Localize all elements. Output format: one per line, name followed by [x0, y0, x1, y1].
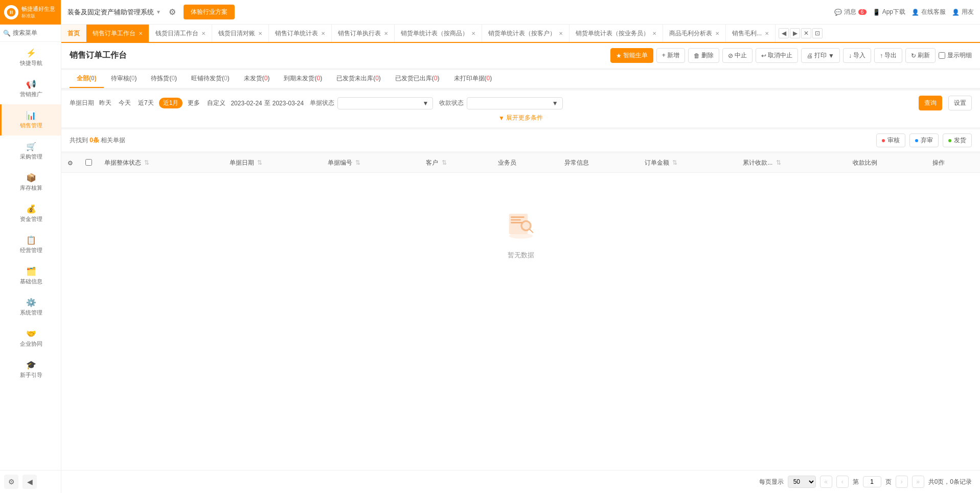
cancel-suspend-btn[interactable]: ↩ 取消中止 — [756, 48, 798, 63]
search-btn[interactable]: 查询 — [919, 96, 942, 110]
close-tab-sales-order[interactable]: ✕ — [139, 31, 143, 36]
ship-btn[interactable]: 发货 — [943, 133, 972, 147]
cancel-review-btn[interactable]: 弃审 — [909, 133, 939, 147]
settings-bottom-btn[interactable]: ⚙ — [4, 475, 18, 489]
close-tab-daily-cash[interactable]: ✕ — [201, 31, 206, 36]
close-tab-sales-more[interactable]: ✕ — [765, 31, 769, 36]
collapse-btn[interactable]: ◀ — [22, 475, 37, 489]
tab-sales-exec[interactable]: 销售订单执行表 ✕ — [332, 25, 395, 42]
sidebar-item-sales[interactable]: 📊 销售管理 — [0, 104, 61, 136]
subtab-all[interactable]: 全部(0) — [70, 70, 104, 88]
subtab-wangpu-pending[interactable]: 旺铺待发货(0) — [184, 70, 237, 88]
sort-customer-icon[interactable]: ⇅ — [442, 159, 447, 166]
svg-line-7 — [530, 230, 533, 233]
solution-btn[interactable]: 体验行业方案 — [184, 5, 235, 19]
sidebar-item-operations[interactable]: 📋 经营管理 — [0, 229, 61, 260]
subtab-not-printed[interactable]: 未打印单据(0) — [447, 70, 499, 88]
print-btn[interactable]: 🖨 打印 ▼ — [801, 48, 840, 63]
user-menu-btn[interactable]: 👤 用友 — [952, 8, 974, 16]
review-btn[interactable]: 审核 — [876, 133, 905, 147]
sort-date-icon[interactable]: ⇅ — [257, 159, 262, 166]
import-btn[interactable]: ↓ 导入 — [843, 48, 871, 63]
close-tab-sales-summary-staff[interactable]: ✕ — [652, 31, 656, 36]
sidebar-item-finance[interactable]: 💰 资金管理 — [0, 198, 61, 229]
sidebar-item-enterprise[interactable]: 🤝 企业协同 — [0, 323, 61, 354]
subtab-not-shipped[interactable]: 未发货(0) — [237, 70, 277, 88]
page-prev-btn[interactable]: ‹ — [836, 476, 849, 488]
sidebar-item-purchase[interactable]: 🛒 采购管理 — [0, 136, 61, 167]
add-btn[interactable]: + 新增 — [656, 48, 685, 63]
module-selector[interactable]: 装备及固定资产辅助管理系统 ▼ — [67, 8, 161, 17]
tab-sales-summary-customer[interactable]: 销货单统计表（按客户） ✕ — [482, 25, 569, 42]
subtab-pending-review[interactable]: 待审核(0) — [104, 70, 144, 88]
refresh-btn[interactable]: ↻ 刷新 — [905, 48, 936, 63]
suspend-btn[interactable]: ⊘ 中止 — [722, 48, 753, 63]
smart-generate-btn[interactable]: ★ 智能生单 — [610, 48, 653, 63]
online-service-btn[interactable]: 👤 在线客服 — [911, 8, 946, 16]
close-tab-sales-stats[interactable]: ✕ — [321, 31, 325, 36]
date-opt-more[interactable]: 更多 — [186, 98, 202, 108]
sidebar-search[interactable]: 🔍 搜索菜单 — [0, 25, 61, 42]
topbar-settings-btn[interactable]: ⚙ — [165, 5, 179, 19]
col-settings[interactable]: ⚙ — [61, 153, 79, 173]
cancel-suspend-icon: ↩ — [761, 52, 766, 59]
date-opt-today[interactable]: 今天 — [117, 98, 133, 108]
export-btn[interactable]: ↑ 导出 — [874, 48, 902, 63]
subtab-shipped-not-out[interactable]: 已发货未出库(0) — [329, 70, 388, 88]
tab-sales-order[interactable]: 销售订单工作台 ✕ — [86, 25, 149, 42]
delete-btn[interactable]: 🗑 删除 — [688, 48, 719, 63]
message-badge: 6 — [858, 9, 867, 15]
close-tab-sales-summary-customer[interactable]: ✕ — [559, 31, 563, 36]
tab-cash-reconcile[interactable]: 钱货日清对账 ✕ — [212, 25, 269, 42]
tab-sales-more[interactable]: 销售毛利... ✕ — [726, 25, 776, 42]
sidebar-item-marketing[interactable]: 📢 营销推广 — [0, 73, 61, 104]
tab-close-all-btn[interactable]: ✕ — [801, 28, 811, 38]
date-opt-yesterday[interactable]: 昨天 — [97, 98, 113, 108]
sidebar-item-guide[interactable]: 🎓 新手引导 — [0, 354, 61, 385]
page-first-btn[interactable]: « — [820, 476, 832, 488]
sidebar-item-basic-info[interactable]: 🗂️ 基础信息 — [0, 260, 61, 292]
page-number-input[interactable] — [863, 476, 881, 487]
sidebar-item-inventory[interactable]: 📦 库存核算 — [0, 167, 61, 198]
subtab-overdue-not-shipped[interactable]: 到期未发货(0) — [277, 70, 329, 88]
tab-daily-cash[interactable]: 钱货日清工作台 ✕ — [149, 25, 212, 42]
close-tab-gross-profit[interactable]: ✕ — [715, 31, 719, 36]
app-download-btn[interactable]: 📱 App下载 — [873, 8, 905, 16]
sidebar-item-quick-nav[interactable]: ⚡ 快捷导航 — [0, 42, 61, 73]
detail-checkbox-input[interactable] — [939, 52, 945, 59]
page-size-select[interactable]: 10 20 50 100 — [788, 476, 816, 488]
message-btn[interactable]: 💬 消息 6 — [834, 8, 867, 16]
setting-filter-btn[interactable]: 设置 — [948, 96, 972, 110]
sort-collected-icon[interactable]: ⇅ — [776, 159, 781, 166]
sidebar-item-system[interactable]: ⚙️ 系统管理 — [0, 292, 61, 323]
tab-sales-summary-staff[interactable]: 销货单统计表（按业务员） ✕ — [569, 25, 663, 42]
tab-expand-btn[interactable]: ⊡ — [812, 28, 823, 38]
expand-filter-btn[interactable]: ▼ 展开更多条件 — [498, 114, 543, 122]
sidebar-logo: 畅捷通好生意 标准版 — [0, 0, 61, 25]
page-last-btn[interactable]: » — [912, 476, 924, 488]
date-opt-custom[interactable]: 自定义 — [205, 98, 227, 108]
sort-number-icon[interactable]: ⇅ — [355, 159, 360, 166]
filter-status-select[interactable]: ▼ — [337, 97, 433, 109]
close-tab-cash-reconcile[interactable]: ✕ — [258, 31, 262, 36]
show-detail-checkbox[interactable]: 显示明细 — [939, 51, 972, 60]
page-next-btn[interactable]: › — [896, 476, 908, 488]
sort-amount-icon[interactable]: ⇅ — [672, 159, 677, 166]
col-ratio: 收款比例 — [847, 153, 927, 173]
tab-sales-summary-product[interactable]: 销货单统计表（按商品） ✕ — [395, 25, 482, 42]
tab-gross-profit[interactable]: 商品毛利分析表 ✕ — [663, 25, 726, 42]
select-all-checkbox[interactable] — [85, 159, 92, 166]
sort-status-icon[interactable]: ⇅ — [144, 159, 149, 166]
date-opt-week[interactable]: 近7天 — [136, 98, 156, 108]
close-tab-sales-summary-product[interactable]: ✕ — [471, 31, 475, 36]
tab-home[interactable]: 首页 — [61, 25, 86, 42]
tab-bar: 首页 销售订单工作台 ✕ 钱货日清工作台 ✕ 钱货日清对账 ✕ 销售订单统计表 … — [61, 25, 980, 43]
tab-next-btn[interactable]: ▶ — [790, 28, 800, 38]
date-opt-month[interactable]: 近1月 — [159, 98, 183, 108]
tab-sales-stats[interactable]: 销售订单统计表 ✕ — [269, 25, 332, 42]
tab-prev-btn[interactable]: ◀ — [779, 28, 789, 38]
subtab-pending-inspect[interactable]: 待拣货(0) — [144, 70, 184, 88]
filter-payment-select[interactable]: ▼ — [467, 97, 562, 109]
close-tab-sales-exec[interactable]: ✕ — [384, 31, 388, 36]
subtab-shipped-out[interactable]: 已发货已出库(0) — [388, 70, 447, 88]
